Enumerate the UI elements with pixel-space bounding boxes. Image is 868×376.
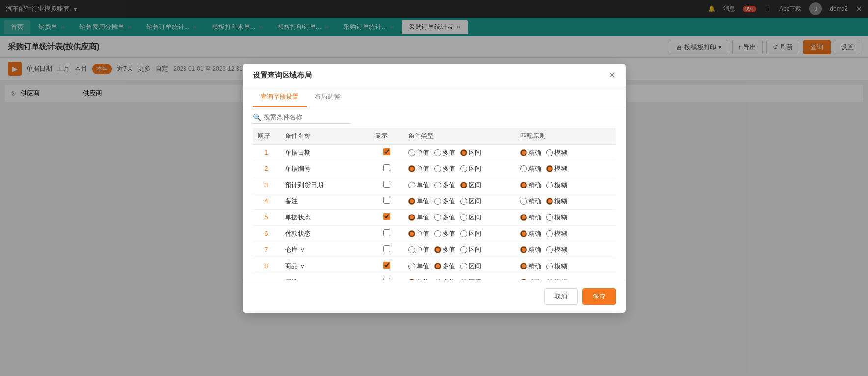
settings-dialog: 设置查询区域布局 ✕ 查询字段设置 布局调整 🔍 顺序 条件名称 [243, 64, 626, 107]
modal-overlay: 设置查询区域布局 ✕ 查询字段设置 布局调整 🔍 顺序 条件名称 [0, 0, 868, 107]
dialog-title: 设置查询区域布局 [253, 71, 312, 80]
dialog-tabs: 查询字段设置 布局调整 [243, 87, 626, 107]
tab-layout-adjust[interactable]: 布局调整 [307, 87, 348, 107]
dialog-header: 设置查询区域布局 ✕ [243, 64, 626, 87]
dialog-close-button[interactable]: ✕ [608, 71, 616, 80]
tab-field-settings[interactable]: 查询字段设置 [253, 87, 307, 107]
